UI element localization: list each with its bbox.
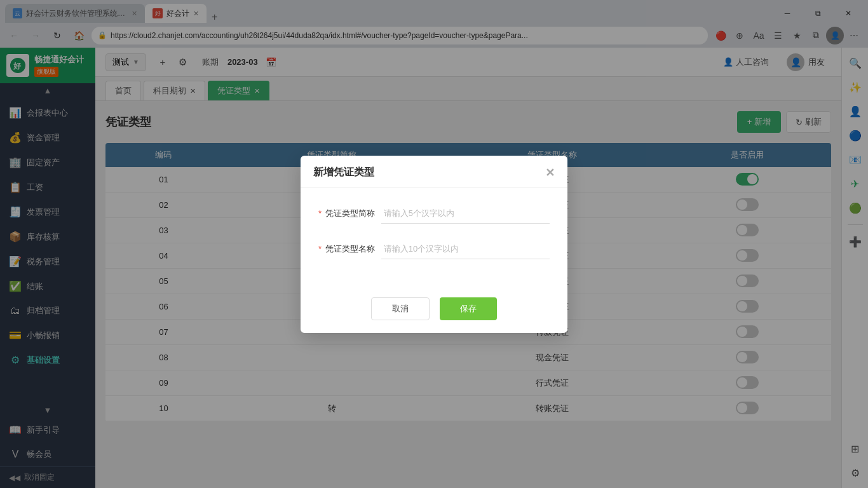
abbr-input[interactable] xyxy=(381,203,550,224)
form-label-abbr: * 凭证类型简称 xyxy=(318,208,375,219)
modal-header: 新增凭证类型 ✕ xyxy=(301,156,567,188)
modal-dialog: 新增凭证类型 ✕ * 凭证类型简称 * 凭证类型名称 取消 保存 xyxy=(301,156,567,333)
modal-footer: 取消 保存 xyxy=(301,290,567,333)
modal-overlay[interactable]: 新增凭证类型 ✕ * 凭证类型简称 * 凭证类型名称 取消 保存 xyxy=(0,0,868,488)
modal-title: 新增凭证类型 xyxy=(313,166,374,179)
modal-body: * 凭证类型简称 * 凭证类型名称 xyxy=(301,188,567,290)
save-button[interactable]: 保存 xyxy=(440,297,497,320)
required-star-name: * xyxy=(318,244,322,254)
name-input[interactable] xyxy=(381,239,550,259)
form-row-abbr: * 凭证类型简称 xyxy=(318,203,550,224)
required-star-abbr: * xyxy=(318,208,322,218)
form-label-name: * 凭证类型名称 xyxy=(318,243,375,255)
modal-close-button[interactable]: ✕ xyxy=(545,166,555,180)
cancel-button[interactable]: 取消 xyxy=(371,297,430,320)
form-row-name: * 凭证类型名称 xyxy=(318,239,550,259)
